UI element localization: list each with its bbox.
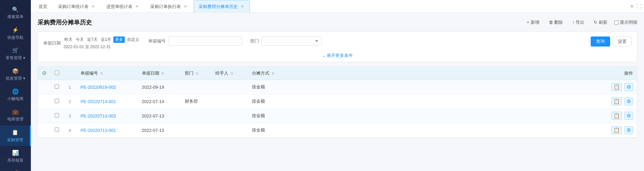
tab-label: 首页 [39,4,47,10]
filter-row: 单据日期 昨天今天近7天近1月更多自定义 2022-01-01 至 2022-1… [43,36,632,50]
tab-close-icon[interactable]: ✕ [240,4,245,9]
row-checkbox-cell [51,109,63,123]
detail-icon[interactable]: ⚙ [625,126,633,134]
row-doc-no: PE-20220713-001 [76,123,138,138]
detail-icon[interactable]: ⚙ [625,83,633,91]
date-shortcut-更多[interactable]: 更多 [113,36,125,43]
th-doc-no: 单据编号 ⇅ [76,67,138,80]
add-button[interactable]: + 新增 [524,18,542,27]
row-handler [211,94,248,109]
sidebar-item-label: 快捷导航 [7,35,23,40]
sidebar-item-搜索菜单[interactable]: 🔍搜索菜单 [0,3,31,23]
row-checkbox[interactable] [55,99,59,103]
tab-进货单统计表[interactable]: 进货单统计表✕ [101,0,145,12]
doc-no-link[interactable]: PE-20220713-001 [80,128,116,133]
expand-more[interactable]: ⌄ 展开更多条件 [43,53,632,59]
dept-select[interactable]: 财务部 [262,36,322,46]
row-actions: 📋 ⚙ [607,109,637,123]
row-split-method: 按金额 [248,80,607,94]
settings-button[interactable]: 设置 [613,36,632,47]
tab-close-icon[interactable]: ✕ [135,4,140,9]
date-shortcut-近7天[interactable]: 近7天 [86,36,99,43]
sort-icon-doc-date[interactable]: ⇅ [161,72,164,75]
row-checkbox-cell [51,94,63,109]
doc-no-link[interactable]: PE-20220713-003 [80,113,116,118]
sidebar-item-采购管理[interactable]: 📋采购管理 [0,125,31,146]
display-cols-checkbox[interactable] [614,20,619,25]
refresh-button[interactable]: ↻ 刷新 [591,18,610,27]
row-doc-date: 2022-09-19 [138,80,181,94]
main-area: 首页采购订单统计表✕进货单统计表✕采购订单执行表✕采购费用分摊单历史✕ ✕ ⛶ … [31,0,644,171]
tab-close-icon[interactable]: ✕ [91,4,96,9]
doc-no-input[interactable] [168,36,242,46]
row-doc-date: 2022-07-13 [138,109,181,123]
row-checkbox[interactable] [55,127,59,132]
sidebar-item-快捷导航[interactable]: ⚡快捷导航 [0,23,31,44]
date-shortcuts: 昨天今天近7天近1月更多自定义 [63,36,140,43]
date-shortcut-自定义[interactable]: 自定义 [126,36,140,43]
close-icon[interactable]: ✕ [630,4,634,9]
table-header-row: ⚙ 单据编号 ⇅ 单据日期 ⇅ [38,67,637,80]
sort-icon-doc-no[interactable]: ⇅ [100,72,103,75]
gear-icon[interactable]: ⚙ [42,70,47,76]
tab-close-icon[interactable]: ✕ [183,4,188,9]
row-actions: 📋 ⚙ [607,94,637,109]
table-row: 4 PE-20220713-001 2022-07-13 按金额 📋 ⚙ [38,123,637,138]
sort-icon-handler[interactable]: ⇅ [230,72,233,75]
row-num: 3 [63,109,76,123]
query-button[interactable]: 查询 [591,36,610,47]
doc-no-link[interactable]: PE-20220919-002 [80,85,116,90]
detail-icon[interactable]: ⚙ [625,97,633,105]
doc-no-link[interactable]: PE-20220714-001 [80,99,116,104]
dept-filter: 部门 财务部 [250,36,322,46]
edit-icon[interactable]: 📋 [611,126,622,134]
date-shortcut-昨天[interactable]: 昨天 [63,36,73,43]
row-dept [181,109,211,123]
sort-icon-split-method[interactable]: ⇅ [272,72,274,75]
expand-label: 展开更多条件 [327,53,353,58]
select-all-checkbox[interactable] [55,71,59,75]
edit-icon[interactable]: 📋 [611,83,622,91]
detail-icon[interactable]: ⚙ [625,112,633,120]
row-checkbox[interactable] [55,84,59,89]
th-handler-label: 经手人 [215,71,228,76]
sidebar-item-资金管理[interactable]: 💰资金管理 [0,167,31,171]
edit-icon[interactable]: 📋 [611,112,622,120]
tab-采购订单统计表[interactable]: 采购订单统计表✕ [53,0,101,12]
expand-icon: ⌄ [322,53,326,58]
table-body: 1 PE-20220919-002 2022-09-19 按金额 📋 ⚙ 2 P… [38,80,637,138]
table-row: 3 PE-20220713-003 2022-07-13 按金额 📋 ⚙ [38,109,637,123]
sidebar-item-label: 零售管理 ▾ [6,56,25,60]
row-doc-date: 2022-07-14 [138,94,181,109]
sidebar-item-电商管理[interactable]: 💼电商管理 [0,105,31,125]
row-split-method: 按金额 [248,94,607,109]
row-checkbox-cell [51,80,63,94]
tab-首页[interactable]: 首页 [34,0,52,12]
menu-icon: 📦 [1,68,30,75]
date-shortcut-今天[interactable]: 今天 [75,36,85,43]
row-actions: 📋 ⚙ [607,80,637,94]
menu-icon: 📋 [1,129,29,136]
tab-采购费用分摊单历史[interactable]: 采购费用分摊单历史✕ [194,0,250,12]
th-doc-no-label: 单据编号 [80,71,98,76]
display-cols-toggle[interactable]: 显示明细 [614,19,637,25]
sidebar-item-小畅电商[interactable]: 🌐小畅电商 [0,85,31,105]
page-header: 采购费用分摊单历史 + 新增 🗑 删除 ↑ 导出 ↻ 刷新 显示明细 [38,18,637,27]
tab-采购订单执行表[interactable]: 采购订单执行表✕ [145,0,193,12]
delete-button[interactable]: 🗑 删除 [546,18,566,27]
row-num: 2 [63,94,76,109]
sort-icon-dept[interactable]: ⇅ [196,72,198,75]
row-checkbox[interactable] [55,113,59,117]
th-doc-date: 单据日期 ⇅ [138,67,181,80]
row-dept [181,80,211,94]
sidebar-item-库存核算[interactable]: 📊库存核算 [0,146,31,166]
date-shortcut-近1月[interactable]: 近1月 [100,36,112,43]
sidebar-item-label: 小畅电商 [7,96,23,101]
edit-icon[interactable]: 📋 [611,97,622,105]
sidebar-item-零售管理[interactable]: 🛒零售管理 ▾ [0,44,31,64]
header-actions: + 新增 🗑 删除 ↑ 导出 ↻ 刷新 显示明细 [524,18,637,27]
export-button[interactable]: ↑ 导出 [570,18,587,27]
sidebar-item-批发管理[interactable]: 📦批发管理 ▾ [0,64,31,85]
fullscreen-icon[interactable]: ⛶ [637,4,641,9]
row-doc-date: 2022-07-13 [138,123,181,138]
